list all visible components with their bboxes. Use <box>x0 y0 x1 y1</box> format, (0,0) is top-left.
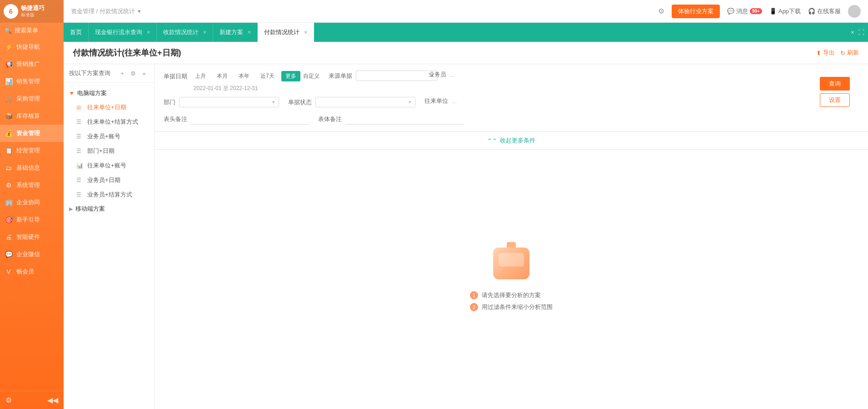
scheme-item-partner-account[interactable]: 📊 往来单位+账号 <box>64 158 154 173</box>
scheme-item-dept-date[interactable]: ☰ 部门+日期 <box>64 144 154 158</box>
sidebar-footer: ⚙ ◀◀ <box>0 391 64 409</box>
tab-new-scheme[interactable]: 新建方案 × <box>213 23 258 42</box>
staff-picker-btn[interactable]: ... <box>450 71 455 78</box>
sidebar-item-label: 库存核算 <box>16 112 40 120</box>
sidebar-item-capital[interactable]: 💰 资金管理 <box>0 125 64 142</box>
sidebar-item-marketing[interactable]: 📢 营销推广 <box>0 56 64 73</box>
sidebar-item-operations[interactable]: 📋 经营管理 <box>0 142 64 159</box>
tab-receipt-stats-close[interactable]: × <box>203 29 206 35</box>
date-btn-this-month[interactable]: 本月 <box>213 71 232 82</box>
sidebar-item-purchase[interactable]: 🛒 采购管理 <box>0 90 64 107</box>
sidebar-item-system[interactable]: ⚙ 系统管理 <box>0 177 64 194</box>
breadcrumb-chevron: ▾ <box>138 8 141 15</box>
sidebar-item-label: 销售管理 <box>16 77 40 86</box>
scheme-add-btn[interactable]: + <box>118 69 127 78</box>
query-btn[interactable]: 查询 <box>820 77 850 91</box>
source-select[interactable]: ▾ <box>356 71 438 81</box>
purchase-icon: 🛒 <box>5 95 13 103</box>
scheme-tree: ▼ 电脑端方案 ◎ 往来单位+日期 ☰ 往来单位+结算方式 ☰ <box>64 83 154 409</box>
sidebar-item-quick-nav[interactable]: ⚡ 快捷导航 <box>0 38 64 56</box>
sidebar-item-sales[interactable]: 📊 销售管理 <box>0 73 64 90</box>
sidebar-item-basicinfo[interactable]: 🗂 基础信息 <box>0 159 64 177</box>
scheme-item-staff-settlement[interactable]: ☰ 业务员+结算方式 <box>64 187 154 202</box>
sidebar-item-hardware[interactable]: 🖨 智能硬件 <box>0 228 64 246</box>
filter-header-remark-item: 表头备注 <box>164 114 309 125</box>
body-remark-label: 表体备注 <box>318 115 342 123</box>
export-icon: ⬆ <box>816 50 821 56</box>
date-range-display: 2022-01-01 至 2022-12-31 <box>194 85 258 92</box>
breadcrumb-text: 资金管理 / 付款情况统计 <box>71 7 135 15</box>
header-remark-input[interactable] <box>191 114 309 125</box>
sidebar-item-wechat[interactable]: 💬 企业微信 <box>0 246 64 263</box>
desktop-group-label: 电脑端方案 <box>77 89 107 97</box>
mobile-group-title[interactable]: ▶ 移动端方案 <box>64 202 154 216</box>
body-remark-input[interactable] <box>345 114 464 125</box>
app-download-btn[interactable]: 📱 App下载 <box>769 7 801 15</box>
scheme-collapse-btn[interactable]: « <box>140 69 149 78</box>
scheme-item-label-0: 往来单位+日期 <box>87 103 126 111</box>
collapse-conditions-btn[interactable]: ⌃⌃ 收起更多条件 <box>155 131 868 149</box>
sidebar-item-label: 快捷导航 <box>16 43 40 51</box>
date-btn-last-month[interactable]: 上月 <box>191 71 210 82</box>
logo-text-group: 畅捷通巧 标准版 <box>21 5 45 18</box>
tab-payment-stats-close[interactable]: × <box>304 29 307 35</box>
export-label: 导出 <box>823 49 835 57</box>
sidebar-item-label: 新手引导 <box>16 216 40 224</box>
sidebar-item-label: 采购管理 <box>16 95 40 103</box>
settings-bottom-icon[interactable]: ⚙ <box>5 396 12 404</box>
scheme-settings-btn[interactable]: ⚙ <box>129 69 138 78</box>
date-custom-label[interactable]: 自定义 <box>303 72 319 80</box>
collapse-sidebar-icon[interactable]: ◀◀ <box>47 396 58 404</box>
tab-window-controls: × ⛶ <box>851 29 868 36</box>
search-icon: 🔍 <box>5 27 12 34</box>
tab-cash-flow[interactable]: 现金银行流水查询 × <box>89 23 157 42</box>
date-btn-this-year[interactable]: 本年 <box>234 71 254 82</box>
sidebar-item-inventory[interactable]: 📦 库存核算 <box>0 107 64 125</box>
online-service-icon: 🎧 <box>808 8 815 15</box>
scheme-item-icon-1: ☰ <box>76 119 84 125</box>
message-icon: 💬 <box>727 8 734 15</box>
tab-cash-flow-close[interactable]: × <box>147 29 150 35</box>
enterprise-icon: 🏢 <box>5 198 13 207</box>
tab-receipt-stats[interactable]: 收款情况统计 × <box>157 23 213 42</box>
date-btn-7days[interactable]: 近7天 <box>256 71 279 82</box>
filter-staff-item: 业务员 ... 查询 设置 <box>429 71 859 79</box>
user-avatar[interactable] <box>848 5 861 18</box>
date-btn-more[interactable]: 更多 <box>281 71 300 81</box>
status-select[interactable]: ▾ <box>315 97 415 107</box>
scheme-item-staff-account[interactable]: ☰ 业务员+账号 <box>64 129 154 144</box>
sidebar-item-enterprise[interactable]: 🏢 企业协同 <box>0 194 64 211</box>
sidebar-item-guide[interactable]: 🎯 新手引导 <box>0 211 64 228</box>
tab-new-scheme-close[interactable]: × <box>248 29 251 35</box>
partner-label: 往来单位 <box>424 97 448 105</box>
online-service-btn[interactable]: 🎧 在线客服 <box>808 7 841 15</box>
sidebar-search[interactable]: 🔍 搜索菜单 <box>0 23 64 38</box>
capital-icon: 💰 <box>5 129 13 137</box>
dept-select[interactable]: ▾ <box>179 97 279 107</box>
sidebar-logo: 6 畅捷通巧 标准版 <box>0 0 64 23</box>
desktop-group-title[interactable]: ▼ 电脑端方案 <box>64 86 154 100</box>
trial-btn[interactable]: 体验行业方案 <box>672 5 720 18</box>
empty-hint-2: 2 用过滤条件来缩小分析范围 <box>470 303 553 311</box>
scheme-actions: + ⚙ « <box>118 69 149 78</box>
header-settings-icon[interactable]: ⚙ <box>658 7 664 15</box>
sidebar-item-member[interactable]: V 畅会员 <box>0 263 64 280</box>
top-header: 资金管理 / 付款情况统计 ▾ ⚙ 体验行业方案 💬 消息 99+ 📱 App下… <box>64 0 868 23</box>
scheme-panel-header: 按以下方案查询 + ⚙ « <box>64 64 154 83</box>
tab-maximize[interactable]: ⛶ <box>858 29 864 36</box>
partner-picker-btn[interactable]: ... <box>452 98 457 105</box>
refresh-btn[interactable]: ↻ 刷新 <box>840 49 859 57</box>
filter-settings-btn[interactable]: 设置 <box>820 93 850 107</box>
sidebar-nav: ⚡ 快捷导航 📢 营销推广 📊 销售管理 🛒 采购管理 📦 库存核算 💰 资金管… <box>0 38 64 391</box>
scheme-item-partner-date[interactable]: ◎ 往来单位+日期 <box>64 100 154 115</box>
filter-date-range-row: 2022-01-01 至 2022-12-31 <box>164 85 859 92</box>
export-btn[interactable]: ⬆ 导出 <box>816 49 835 57</box>
tab-payment-stats[interactable]: 付款情况统计 × <box>258 23 314 42</box>
scheme-item-partner-settlement[interactable]: ☰ 往来单位+结算方式 <box>64 115 154 129</box>
filter-row-3: 表头备注 表体备注 <box>164 114 859 125</box>
tab-close-all[interactable]: × <box>851 29 854 36</box>
tab-home[interactable]: 首页 <box>64 23 89 42</box>
sidebar-item-label: 畅会员 <box>16 268 34 276</box>
message-btn[interactable]: 💬 消息 99+ <box>727 7 762 15</box>
scheme-item-staff-date[interactable]: ☰ 业务员+日期 <box>64 173 154 187</box>
